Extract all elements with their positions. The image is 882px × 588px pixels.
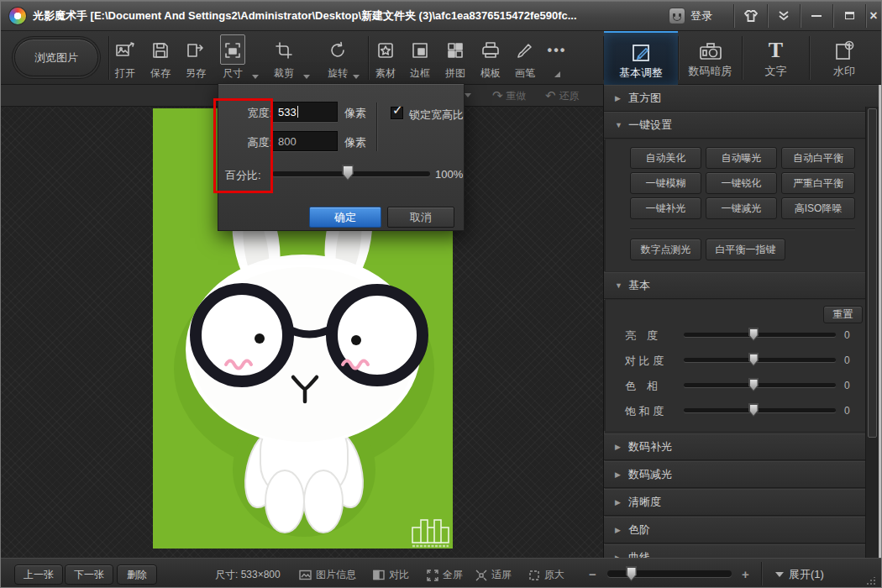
more-tools-button[interactable]: ••• [538, 38, 575, 63]
brightness-slider-track[interactable] [684, 333, 836, 337]
crop-button[interactable]: 裁剪 [265, 38, 302, 81]
tab-basic-adjust[interactable]: 基本调整 [604, 31, 678, 85]
saturation-label: 饱 和 度 [625, 404, 664, 419]
percent-label: 百分比: [225, 168, 261, 183]
section-quick-settings-label: 一键设置 [628, 118, 672, 133]
cancel-button[interactable]: 取消 [387, 207, 454, 228]
spot-metering-button[interactable]: 数字点测光 [630, 239, 701, 260]
collage-button[interactable]: 拼图 [437, 38, 474, 81]
size-dropdown-arrow[interactable] [252, 75, 259, 79]
browse-images-button[interactable]: 浏览图片 [14, 39, 98, 76]
whitebalance-onetouch-label: 白平衡一指键 [716, 243, 776, 257]
auto-exposure-button[interactable]: 自动曝光 [706, 147, 777, 169]
section-histogram[interactable]: ▶ 直方图 [604, 85, 879, 112]
fit-screen-icon [475, 570, 487, 581]
compare-button[interactable]: 对比 [373, 568, 409, 582]
window-title: 光影魔术手 [E:\Document And Settings2\Adminis… [33, 8, 638, 24]
section-basic-label: 基本 [628, 278, 650, 293]
expand-button[interactable]: 展开(1) [775, 567, 824, 582]
tab-digital-darkroom[interactable]: 数码暗房 [679, 31, 742, 85]
next-image-button[interactable]: 下一张 [65, 564, 113, 585]
minimize-button[interactable] [801, 1, 832, 30]
section-digital-reduce-light[interactable]: ▶ 数码减光 [604, 461, 879, 488]
one-key-blur-button[interactable]: 一键模糊 [630, 172, 701, 194]
fit-screen-button[interactable]: 适屏 [475, 568, 512, 582]
delete-image-button[interactable]: 删除 [117, 564, 157, 585]
saturation-slider-track[interactable] [684, 408, 836, 412]
expand-arrow-icon [775, 572, 784, 577]
collapsed-arrow-icon: ▶ [615, 498, 622, 507]
height-input[interactable]: 800 [272, 131, 338, 151]
severe-whitebalance-button[interactable]: 严重白平衡 [781, 172, 855, 194]
zoom-in-button[interactable]: + [742, 567, 749, 581]
open-button[interactable]: 打开 [107, 38, 144, 81]
rotate-label: 旋转 [319, 66, 356, 81]
saturation-slider-thumb[interactable] [748, 403, 759, 417]
tab-basic-adjust-label: 基本调整 [604, 66, 678, 81]
window-right-edge [879, 85, 882, 558]
undo-button[interactable]: ↶ 还原 [545, 88, 580, 103]
frame-button[interactable]: 边框 [402, 38, 438, 81]
reduce-light-button[interactable]: 一键减光 [706, 197, 777, 219]
login-button[interactable]: 登录 [669, 6, 712, 26]
rotate-button[interactable]: 旋转 [319, 38, 356, 81]
resize-grip[interactable] [863, 577, 876, 585]
resize-icon [223, 41, 242, 60]
text-caret [297, 106, 298, 118]
auto-beautify-button[interactable]: 自动美化 [630, 147, 701, 169]
save-as-button[interactable]: 另存 [177, 38, 214, 81]
sidebar-scrollbar[interactable] [865, 107, 879, 558]
one-key-sharpen-label: 一键锐化 [722, 176, 762, 191]
hue-value: 0 [844, 380, 850, 391]
contrast-label: 对 比 度 [625, 354, 664, 369]
hue-slider-track[interactable] [684, 383, 836, 387]
maximize-button[interactable] [833, 1, 865, 30]
fullscreen-button[interactable]: 全屏 [427, 568, 463, 582]
save-button[interactable]: 保存 [142, 38, 179, 81]
section-histogram-label: 直方图 [628, 91, 661, 106]
previous-image-button[interactable]: 上一张 [14, 564, 63, 585]
one-key-sharpen-button[interactable]: 一键锐化 [706, 172, 777, 194]
template-button[interactable]: 模板 [472, 38, 509, 81]
section-levels[interactable]: ▶ 色阶 [604, 517, 879, 543]
panel-separator [630, 228, 855, 229]
lock-aspect-checkbox[interactable]: ✓ [391, 107, 403, 119]
section-basic[interactable]: ▼ 基本 [604, 272, 879, 299]
basic-panel: 重置 亮 度 0 对 比 度 0 色 相 0 饱 和 度 0 [604, 300, 879, 431]
fill-light-button[interactable]: 一键补光 [630, 197, 701, 219]
section-digital-fill-light[interactable]: ▶ 数码补光 [604, 433, 879, 460]
width-input[interactable]: 533 [272, 102, 338, 122]
history-dropdown-arrow[interactable] [465, 93, 471, 97]
brightness-slider-thumb[interactable] [748, 328, 759, 341]
section-quick-settings[interactable]: ▼ 一键设置 [604, 112, 879, 139]
crop-dropdown-arrow[interactable] [303, 75, 310, 79]
rotate-dropdown-arrow[interactable] [353, 75, 360, 79]
reset-button[interactable]: 重置 [823, 306, 863, 323]
more-corner-triangle-icon [554, 71, 560, 77]
sidebar-scrollbar-thumb[interactable] [868, 108, 877, 438]
hue-slider-thumb[interactable] [748, 378, 759, 391]
actual-size-button[interactable]: 原大 [528, 568, 564, 582]
template-label: 模板 [472, 66, 509, 81]
image-info-button[interactable]: 图片信息 [299, 568, 356, 582]
previous-image-label: 上一张 [24, 568, 54, 582]
tab-watermark[interactable]: 水印 [810, 31, 879, 85]
whitebalance-onetouch-button[interactable]: 白平衡一指键 [706, 239, 785, 260]
zoom-slider-thumb[interactable] [626, 566, 637, 581]
close-button[interactable]: × [865, 1, 882, 30]
redo-button[interactable]: ↷ 重做 [492, 88, 527, 103]
collapse-button[interactable] [768, 1, 800, 30]
high-iso-denoise-button[interactable]: 高ISO降噪 [781, 197, 855, 219]
tab-text[interactable]: T 文字 [743, 31, 809, 85]
auto-beautify-label: 自动美化 [646, 151, 686, 165]
percent-slider-thumb[interactable] [342, 165, 354, 181]
skin-button[interactable] [735, 1, 767, 30]
auto-whitebalance-button[interactable]: 自动白平衡 [781, 147, 855, 169]
size-button[interactable]: 尺寸 [214, 38, 251, 81]
contrast-slider-track[interactable] [684, 358, 836, 362]
contrast-slider-thumb[interactable] [748, 353, 759, 366]
section-clarity[interactable]: ▶ 清晰度 [604, 489, 879, 516]
material-button[interactable]: 素材 [367, 38, 404, 81]
zoom-out-button[interactable]: − [589, 567, 596, 581]
ok-button[interactable]: 确定 [309, 207, 381, 228]
